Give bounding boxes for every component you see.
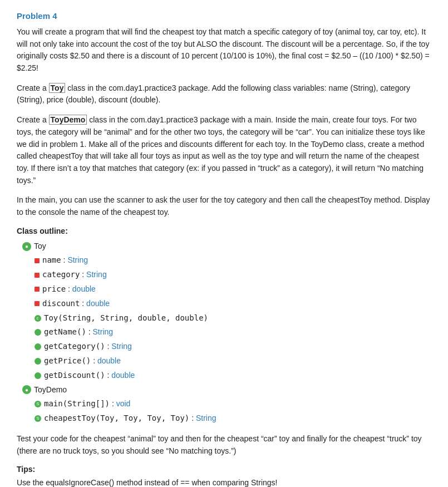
toy-field-icon-4 — [35, 301, 40, 306]
toy-field-icon-3 — [35, 287, 40, 292]
tips-text: Use the equalsIgnoreCase() method instea… — [17, 477, 431, 487]
toy-field-category-row: category : String — [35, 268, 431, 282]
toy-field-icon-1 — [35, 258, 40, 263]
toy-class-icon: ● — [22, 242, 31, 251]
tips-heading: Tips: — [17, 465, 431, 474]
paragraph-2: Create a Toy class in the com.day1.pract… — [17, 82, 431, 106]
toy-constructor-row: c Toy(String, String, double, double) — [35, 312, 431, 325]
toydemo-cheapesttoy-icon: S — [35, 415, 41, 422]
toydemo-class-icon: ● — [22, 385, 31, 394]
toydemo-class-row: ● ToyDemo — [22, 383, 431, 397]
class-outline-heading: Class outline: — [17, 227, 431, 235]
paragraph-2-pre: Create a — [17, 83, 49, 92]
toy-field-category-label: category : String — [42, 268, 107, 282]
paragraph-4: In the main, you can use the scanner to … — [17, 194, 431, 218]
toydemo-main-row: S main(String[]) : void — [35, 397, 431, 411]
toy-getcategory-icon — [35, 343, 41, 350]
test-paragraph: Test your code for the cheapest “animal”… — [17, 433, 431, 457]
toydemo-main-icon: S — [35, 401, 41, 407]
toydemo-class-name: ToyDemo — [34, 383, 67, 397]
paragraph-1: You will create a program that will find… — [17, 26, 431, 75]
toy-getprice-row: getPrice() : double — [35, 355, 431, 368]
toy-field-price-row: price : double — [35, 283, 431, 296]
toy-getdiscount-label: getDiscount() : double — [44, 369, 135, 382]
toy-class-row: ● Toy — [22, 240, 431, 253]
toy-getdiscount-icon — [35, 372, 41, 379]
toy-getcategory-label: getCategory() : String — [44, 340, 132, 353]
toy-class-name: Toy — [34, 240, 46, 253]
toy-field-price-label: price : double — [42, 283, 96, 296]
toy-field-discount-label: discount : double — [42, 297, 110, 311]
toy-getdiscount-row: getDiscount() : double — [35, 369, 431, 382]
paragraph-3: Create a ToyDemo class in the com.day1.p… — [17, 114, 431, 186]
toydemo-cheapesttoy-row: S cheapestToy(Toy, Toy, Toy, Toy) : Stri… — [35, 412, 431, 425]
toy-highlight: Toy — [49, 83, 66, 93]
toydemo-main-label: main(String[]) : void — [44, 397, 130, 411]
toy-field-name-row: name : String — [35, 254, 431, 267]
toy-getprice-icon — [35, 358, 41, 365]
toy-field-discount-row: discount : double — [35, 297, 431, 311]
toy-getname-label: getName() : String — [44, 326, 113, 339]
toy-constructor-icon: c — [35, 315, 41, 322]
toy-constructor-label: Toy(String, String, double, double) — [44, 312, 208, 325]
toy-field-icon-2 — [35, 273, 40, 278]
paragraph-3-post: class in the com.day1.practice3 package … — [17, 115, 425, 184]
toydemo-highlight: ToyDemo — [49, 115, 87, 125]
toy-getcategory-row: getCategory() : String — [35, 340, 431, 353]
toy-field-name-label: name : String — [42, 254, 88, 267]
toy-getprice-label: getPrice() : double — [44, 355, 121, 368]
toy-getname-icon — [35, 329, 41, 336]
toydemo-cheapesttoy-label: cheapestToy(Toy, Toy, Toy, Toy) : String — [44, 412, 216, 425]
paragraph-2-post: class in the com.day1.practice3 package.… — [17, 83, 410, 105]
toy-getname-row: getName() : String — [35, 326, 431, 339]
problem-title: Problem 4 — [17, 11, 431, 21]
paragraph-3-pre: Create a — [17, 115, 49, 124]
class-outline: ● Toy name : String category : String pr… — [22, 240, 431, 425]
